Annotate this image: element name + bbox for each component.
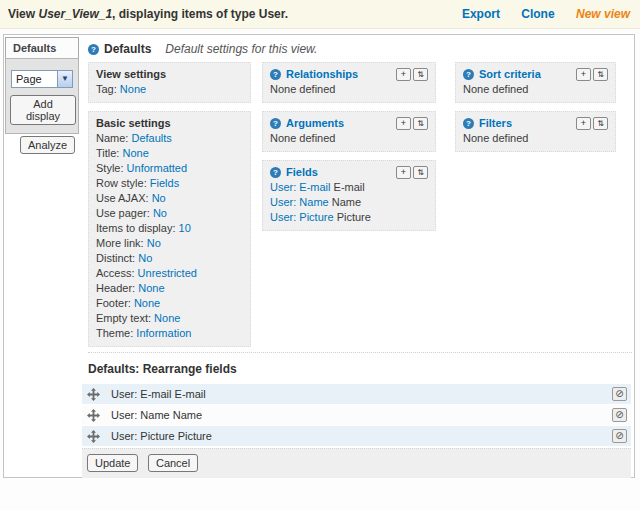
tab-defaults[interactable]: Defaults (5, 37, 79, 58)
field-label: Picture (334, 211, 371, 223)
drag-handle-icon[interactable] (87, 430, 100, 443)
add-argument-button[interactable]: + (396, 117, 411, 130)
cancel-button[interactable]: Cancel (148, 454, 198, 472)
help-icon[interactable]: ? (270, 167, 281, 178)
new-view-link[interactable]: New view (576, 7, 630, 21)
rearrange-filters-button[interactable]: ⇅ (593, 117, 608, 130)
filters-empty: None defined (463, 131, 608, 146)
help-icon[interactable]: ? (463, 118, 474, 129)
field-link[interactable]: User: E-mail (270, 181, 331, 193)
column-basic: View settings Tag: None Basic settings N… (88, 62, 251, 355)
view-settings-box: View settings Tag: None (88, 62, 251, 103)
filters-link[interactable]: Filters (479, 116, 512, 131)
setting-value-link[interactable]: No (152, 192, 166, 204)
setting-label: Use AJAX: (96, 192, 149, 204)
relationships-box: ? Relationships + ⇅ None defined (262, 62, 436, 103)
setting-value-link[interactable]: None (138, 282, 164, 294)
setting-row: Use pager: No (96, 206, 243, 221)
setting-value-link[interactable]: No (147, 237, 161, 249)
basic-settings-title: Basic settings (96, 116, 243, 131)
remove-field-icon[interactable]: ⊘ (612, 429, 627, 443)
setting-value-link[interactable]: Defaults (131, 132, 171, 144)
remove-field-icon[interactable]: ⊘ (612, 387, 627, 401)
setting-label: Access: (96, 267, 135, 279)
rearrange-section-title: Defaults: Rearrange fields (88, 362, 237, 376)
setting-label: Items to display: (96, 222, 175, 234)
rearrange-sorts-button[interactable]: ⇅ (593, 68, 608, 81)
rearrange-table: User: E-mail E-mail ⊘ User: Name Name ⊘ … (82, 384, 631, 447)
field-row: User: E-mail E-mail (270, 180, 428, 195)
add-filter-button[interactable]: + (576, 117, 591, 130)
basic-settings-box: Basic settings Name: Defaults Title: Non… (88, 111, 251, 347)
setting-row: Name: Defaults (96, 131, 243, 146)
help-icon[interactable]: ? (270, 118, 281, 129)
setting-row: Row style: Fields (96, 176, 243, 191)
add-field-button[interactable]: + (396, 166, 411, 179)
setting-value-link[interactable]: No (153, 207, 167, 219)
help-icon[interactable]: ? (270, 69, 281, 80)
setting-value-link[interactable]: None (120, 83, 146, 95)
setting-row: Theme: Information (96, 326, 243, 341)
column-right: ? Sort criteria + ⇅ None defined ? Filte… (455, 62, 616, 160)
field-link[interactable]: User: Picture (270, 211, 334, 223)
analyze-button[interactable]: Analyze (20, 136, 75, 154)
rearrange-row-label: User: Name Name (111, 409, 202, 421)
setting-value-link[interactable]: None (154, 312, 180, 324)
sort-criteria-empty: None defined (463, 82, 608, 97)
drag-handle-icon[interactable] (87, 388, 100, 401)
arguments-link[interactable]: Arguments (286, 116, 344, 131)
rearrange-row: User: Picture Picture ⊘ (82, 426, 631, 447)
add-sort-button[interactable]: + (576, 68, 591, 81)
setting-row: Footer: None (96, 296, 243, 311)
arguments-empty: None defined (270, 131, 428, 146)
view-action-links: Export Clone New view (444, 0, 630, 29)
setting-label: Distinct: (96, 252, 135, 264)
add-display-button[interactable]: Add display (10, 95, 76, 125)
remove-field-icon[interactable]: ⊘ (612, 408, 627, 422)
setting-label: Style: (96, 162, 124, 174)
setting-row: Empty text: None (96, 311, 243, 326)
field-label: Name (329, 196, 361, 208)
view-summary-prefix: View (8, 7, 38, 21)
add-relationship-button[interactable]: + (396, 68, 411, 81)
setting-label: Name: (96, 132, 128, 144)
setting-value-link[interactable]: Information (136, 327, 191, 339)
field-label: E-mail (331, 181, 365, 193)
fields-link[interactable]: Fields (286, 165, 318, 180)
chevron-down-icon: ▼ (57, 71, 72, 87)
section-divider (88, 352, 632, 353)
sort-criteria-link[interactable]: Sort criteria (479, 67, 541, 82)
field-link[interactable]: User: Name (270, 196, 329, 208)
rearrange-relationships-button[interactable]: ⇅ (413, 68, 428, 81)
display-type-select[interactable]: Page ▼ (11, 70, 73, 88)
content-title: Defaults (104, 42, 151, 56)
setting-value-link[interactable]: None (123, 147, 149, 159)
field-row: User: Name Name (270, 195, 428, 210)
content-subtitle: Default settings for this view. (165, 42, 317, 56)
update-button[interactable]: Update (87, 454, 138, 472)
rearrange-fields-button[interactable]: ⇅ (413, 166, 428, 179)
rearrange-arguments-button[interactable]: ⇅ (413, 117, 428, 130)
display-type-select-value: Page (16, 73, 42, 85)
clone-link[interactable]: Clone (521, 7, 554, 21)
setting-value-link[interactable]: Unformatted (127, 162, 188, 174)
setting-row: Access: Unrestricted (96, 266, 243, 281)
setting-label: Footer: (96, 297, 131, 309)
help-icon[interactable]: ? (463, 69, 474, 80)
setting-value-link[interactable]: Unrestricted (138, 267, 197, 279)
setting-value-link[interactable]: No (138, 252, 152, 264)
relationships-link[interactable]: Relationships (286, 67, 358, 82)
setting-value-link[interactable]: Fields (150, 177, 179, 189)
export-link[interactable]: Export (462, 7, 500, 21)
rearrange-row: User: E-mail E-mail ⊘ (82, 384, 631, 405)
form-actions: Update Cancel (82, 448, 631, 478)
view-summary-suffix: , displaying items of type User. (112, 7, 288, 21)
help-icon[interactable]: ? (88, 44, 99, 55)
setting-row: Distinct: No (96, 251, 243, 266)
arguments-box: ? Arguments + ⇅ None defined (262, 111, 436, 152)
setting-value-link[interactable]: None (134, 297, 160, 309)
drag-handle-icon[interactable] (87, 409, 100, 422)
setting-value-link[interactable]: 10 (179, 222, 191, 234)
setting-row: Tag: None (96, 82, 243, 97)
setting-row: Title: None (96, 146, 243, 161)
